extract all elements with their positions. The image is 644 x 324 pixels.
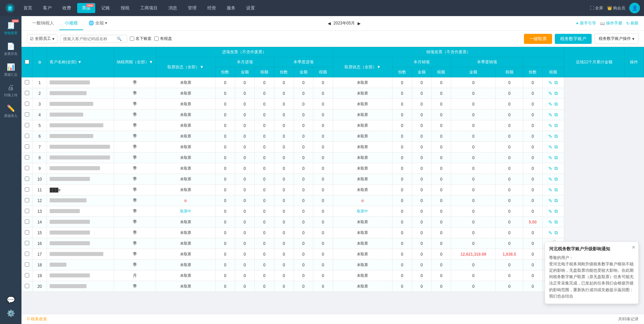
td-checkbox[interactable] [22, 185, 33, 195]
edit-icon[interactable]: ✎ [548, 91, 552, 96]
tab-general-taxpayer[interactable]: 一般纳税人 [27, 17, 59, 30]
edit-icon[interactable]: ✎ [548, 134, 552, 139]
td-checkbox[interactable] [22, 110, 33, 120]
copy-icon[interactable]: ⧉ [554, 90, 558, 96]
edit-icon[interactable]: ✎ [548, 187, 552, 193]
operation-btn[interactable]: 税务数字账户操作 ▾ [594, 34, 639, 44]
edit-icon[interactable]: ✎ [548, 166, 552, 171]
edit-icon[interactable]: ✎ [548, 219, 552, 225]
fullscreen-btn[interactable]: ⛶ 全屏 [590, 5, 603, 11]
period-prev-btn[interactable]: ◀ [328, 21, 331, 26]
th-select-all[interactable] [22, 47, 33, 77]
edit-icon[interactable]: ✎ [548, 102, 552, 107]
tax-policy-link[interactable]: © 税务政策 [27, 316, 47, 322]
td-checkbox[interactable] [22, 281, 33, 292]
copy-icon[interactable]: ⧉ [554, 230, 558, 236]
td-checkbox[interactable] [22, 99, 33, 110]
sidebar-item-scan[interactable]: 🖨 扫描上传 [1, 81, 20, 100]
td-checkbox[interactable] [22, 174, 33, 185]
copy-icon[interactable]: ⧉ [554, 155, 558, 160]
copy-icon[interactable]: ⧉ [554, 123, 558, 128]
tab-all[interactable]: 🌐 全能 ▾ [83, 17, 113, 30]
sidebar-item-msg[interactable]: 💬 [1, 293, 20, 307]
copy-icon[interactable]: ⧉ [554, 112, 558, 118]
guide-btn[interactable]: ✦ 新手引导 [576, 20, 596, 26]
sidebar-item-open-invoice[interactable]: 📄 发票开具 [1, 40, 20, 59]
row-checkbox[interactable] [25, 252, 29, 256]
row-checkbox[interactable] [25, 273, 29, 277]
nav-business[interactable]: 工商项目 [136, 3, 162, 13]
search-icon[interactable]: 🔍 [117, 37, 122, 41]
copy-icon[interactable]: ⧉ [554, 208, 558, 214]
td-checkbox[interactable] [22, 152, 33, 163]
one-click-btn[interactable]: 一键取票 [524, 34, 552, 44]
td-checkbox[interactable] [22, 195, 33, 206]
edit-icon[interactable]: ✎ [548, 209, 552, 214]
sidebar-item-invoice[interactable]: 🧾 智能票票 new [1, 19, 20, 38]
nav-invoice[interactable]: 票据 new [77, 3, 95, 13]
td-checkbox[interactable] [22, 228, 33, 238]
sidebar-item-entry[interactable]: ✏️ 票据录入 [1, 102, 20, 121]
row-checkbox[interactable] [25, 187, 29, 192]
row-checkbox[interactable] [25, 155, 29, 159]
row-checkbox[interactable] [25, 284, 29, 288]
nav-message[interactable]: 消息 [164, 3, 182, 13]
td-checkbox[interactable] [22, 131, 33, 142]
copy-icon[interactable]: ⧉ [554, 133, 558, 139]
manual-btn[interactable]: 📖 操作手册 [600, 20, 622, 26]
row-checkbox[interactable] [25, 219, 29, 224]
copy-icon[interactable]: ⧉ [554, 198, 558, 203]
edit-icon[interactable]: ✎ [548, 144, 552, 150]
period-next-btn[interactable]: ▶ [358, 21, 361, 26]
td-checkbox[interactable] [22, 120, 33, 131]
sub-account-check[interactable] [130, 37, 134, 41]
row-checkbox[interactable] [25, 102, 29, 106]
edit-icon[interactable]: ✎ [548, 112, 552, 118]
nav-fee[interactable]: 收费 [58, 3, 76, 13]
tax-digital-btn[interactable]: 税务数字账户 [555, 34, 592, 44]
sub-account-checkbox[interactable]: 名下账套 [130, 36, 152, 42]
employee-select[interactable]: ☑ 全部员工 ▾ [27, 34, 57, 43]
search-input[interactable] [63, 37, 117, 41]
row-checkbox[interactable] [25, 198, 29, 202]
nav-manage[interactable]: 管理 [183, 3, 201, 13]
row-checkbox[interactable] [25, 241, 29, 245]
nav-settings[interactable]: 设置 [241, 3, 260, 13]
row-checkbox[interactable] [25, 80, 29, 84]
td-checkbox[interactable] [22, 88, 33, 99]
tax-disc-checkbox[interactable]: 有税盘 [154, 36, 172, 42]
row-checkbox[interactable] [25, 144, 29, 149]
tab-small-scale[interactable]: 小规模 [59, 17, 83, 30]
edit-icon[interactable]: ✎ [548, 177, 552, 182]
row-checkbox[interactable] [25, 166, 29, 170]
nav-home[interactable]: 首页 [19, 3, 37, 13]
td-checkbox[interactable] [22, 206, 33, 217]
copy-icon[interactable]: ⧉ [554, 166, 558, 171]
td-checkbox[interactable] [22, 260, 33, 270]
edit-icon[interactable]: ✎ [548, 230, 552, 236]
td-checkbox[interactable] [22, 249, 33, 260]
row-checkbox[interactable] [25, 209, 29, 213]
td-checkbox[interactable] [22, 77, 33, 88]
user-avatar[interactable]: 👤 [629, 3, 640, 13]
td-checkbox[interactable] [22, 142, 33, 152]
copy-icon[interactable]: ⧉ [554, 176, 558, 182]
nav-accounting[interactable]: 记账 [97, 3, 115, 13]
td-checkbox[interactable] [22, 163, 33, 174]
refresh-btn[interactable]: ↻ 刷新 [626, 20, 639, 26]
nav-operation[interactable]: 经营 [203, 3, 221, 13]
row-checkbox[interactable] [25, 112, 29, 117]
copy-icon[interactable]: ⧉ [554, 187, 558, 193]
row-checkbox[interactable] [25, 230, 29, 235]
row-checkbox[interactable] [25, 262, 29, 267]
nav-tax[interactable]: 报税 [116, 3, 134, 13]
select-all-checkbox[interactable] [25, 60, 29, 64]
nav-service[interactable]: 服务 [222, 3, 240, 13]
sidebar-item-cfg[interactable]: ⚙️ [1, 307, 20, 320]
close-popup-btn[interactable]: ✕ [632, 245, 636, 250]
row-checkbox[interactable] [25, 91, 29, 95]
row-checkbox[interactable] [25, 177, 29, 181]
copy-icon[interactable]: ⧉ [554, 144, 558, 150]
row-checkbox[interactable] [25, 134, 29, 138]
edit-icon[interactable]: ✎ [548, 123, 552, 128]
